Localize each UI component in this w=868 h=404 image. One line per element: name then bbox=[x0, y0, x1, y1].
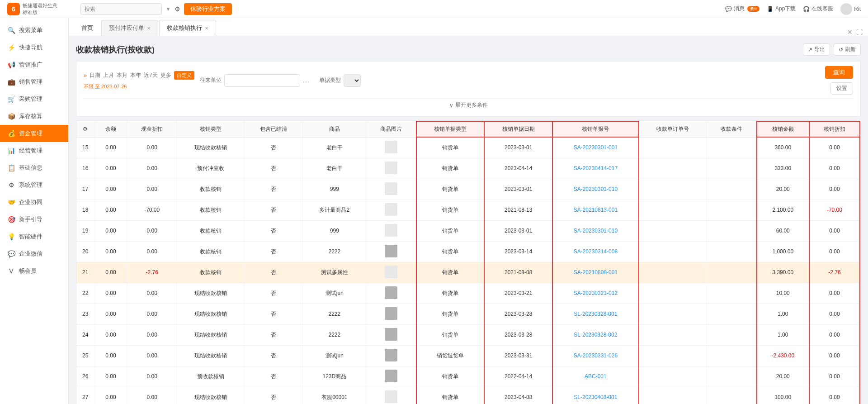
cell-receipt-condition bbox=[706, 241, 756, 262]
date-opt-last-month[interactable]: 上月 bbox=[103, 71, 114, 79]
cell-cash-discount: 0.00 bbox=[127, 179, 177, 200]
online-service-btn[interactable]: 🎧 在线客服 bbox=[803, 5, 833, 13]
bill-report-no-link[interactable]: SA-20230301-010 bbox=[574, 186, 618, 192]
cell-receipt-order-no bbox=[639, 200, 707, 220]
bill-report-no-link[interactable]: SA-20210808-001 bbox=[574, 269, 618, 276]
bill-report-no-link[interactable]: SA-20230301-010 bbox=[574, 228, 618, 234]
refresh-btn[interactable]: ↺ 刷新 bbox=[834, 43, 861, 56]
sidebar-item-quick-nav[interactable]: ⚡ 快捷导航 bbox=[0, 39, 68, 56]
sidebar-item-smart-hw[interactable]: 💡 智能硬件 bbox=[0, 228, 68, 245]
sidebar-item-inventory[interactable]: 📦 库存核算 bbox=[0, 108, 68, 125]
cell-cash-discount: 0.00 bbox=[127, 345, 177, 366]
cell-no: 18 bbox=[76, 200, 94, 220]
cell-bill-report-no: SA-20230414-017 bbox=[552, 158, 639, 179]
bill-report-no-link[interactable]: ABC-001 bbox=[585, 373, 607, 380]
cell-product-img bbox=[366, 387, 416, 404]
tab-writeoff-close[interactable]: ✕ bbox=[205, 26, 208, 31]
gear-icon[interactable]: ⚙ bbox=[175, 5, 180, 13]
messages-btn[interactable]: 💬 消息 99+ bbox=[725, 5, 760, 13]
col-settings[interactable]: ⚙ bbox=[76, 121, 94, 137]
cell-balance: 0.00 bbox=[94, 324, 127, 345]
cell-bill-report-no: SA-20230301-001 bbox=[552, 137, 639, 158]
date-opt-more[interactable]: 更多 bbox=[160, 71, 171, 79]
message-icon: 💬 bbox=[725, 6, 732, 12]
bill-type-label: 单据类型 bbox=[319, 76, 341, 84]
industry-btn[interactable]: 休验行业方案 bbox=[184, 3, 232, 15]
cell-receipt-order-no bbox=[639, 366, 707, 387]
sidebar-item-marketing[interactable]: 📢 营销推广 bbox=[0, 56, 68, 73]
sidebar-item-corp-collab[interactable]: 🤝 企业协同 bbox=[0, 194, 68, 211]
query-btn[interactable]: 查询 bbox=[825, 66, 853, 79]
cell-product-img bbox=[366, 241, 416, 262]
cell-receipt-condition bbox=[706, 283, 756, 304]
date-opt-custom[interactable]: 自定义 bbox=[174, 71, 194, 80]
close-all-icon[interactable]: ✕ bbox=[847, 29, 853, 36]
bill-report-no-link[interactable]: SA-20230321-012 bbox=[574, 290, 618, 296]
sidebar-item-fund-mgmt[interactable]: 💰 资金管理 bbox=[0, 125, 68, 142]
cell-bill-report-type: 销货单 bbox=[416, 220, 484, 241]
sidebar-item-corp-wechat[interactable]: 💬 企业微信 bbox=[0, 245, 68, 262]
sidebar-item-system-mgmt[interactable]: ⚙ 系统管理 bbox=[0, 176, 68, 194]
expand-icon: ∨ bbox=[449, 102, 453, 109]
expand-more-btn[interactable]: ∨ 展开更多条件 bbox=[84, 98, 853, 112]
collapse-arrow[interactable]: » bbox=[84, 72, 87, 79]
cell-balance: 0.00 bbox=[94, 304, 127, 324]
col-receipt-condition: 收款条件 bbox=[706, 121, 756, 137]
expand-icon[interactable]: ⛶ bbox=[856, 29, 863, 36]
bill-type-select[interactable] bbox=[344, 74, 361, 87]
cell-receipt-order-no bbox=[639, 137, 707, 158]
sidebar-item-vip[interactable]: V 畅会员 bbox=[0, 262, 68, 280]
source-input[interactable] bbox=[224, 74, 300, 87]
cell-receipt-order-no bbox=[639, 304, 707, 324]
tab-prepay-close[interactable]: ✕ bbox=[147, 26, 151, 31]
cell-no: 19 bbox=[76, 220, 94, 241]
table-row: 17 0.00 0.00 收款核销 否 999 销货单 2023-03-01 S… bbox=[76, 179, 860, 200]
date-opt-this-month[interactable]: 本月 bbox=[117, 71, 127, 79]
sidebar-item-label: 营销推广 bbox=[19, 61, 42, 69]
cell-writeoff-discount: -2.76 bbox=[809, 262, 860, 283]
bill-report-no-link[interactable]: SL-20230408-001 bbox=[574, 394, 617, 400]
cell-bill-report-type: 销货单 bbox=[416, 283, 484, 304]
bill-report-no-link[interactable]: SA-20230314-008 bbox=[574, 248, 618, 255]
filter-right: 查询 设置 bbox=[825, 66, 853, 95]
table-row: 19 0.00 0.00 收款核销 否 999 销货单 2023-03-01 S… bbox=[76, 220, 860, 241]
cell-bill-report-no: SA-20230321-012 bbox=[552, 283, 639, 304]
col-balance: 余额 bbox=[94, 121, 127, 137]
top-center: ▼ ⚙ 休验行业方案 bbox=[80, 3, 720, 15]
user-avatar[interactable]: Rit bbox=[840, 3, 861, 15]
sidebar-item-newbie[interactable]: 🎯 新手引导 bbox=[0, 211, 68, 228]
sidebar-item-sales-mgmt[interactable]: 💼 销售管理 bbox=[0, 73, 68, 90]
cell-product: 老白干 bbox=[303, 137, 366, 158]
bill-report-no-link[interactable]: SA-20230301-001 bbox=[574, 144, 618, 151]
sidebar-item-ops-mgmt[interactable]: 📊 经营管理 bbox=[0, 142, 68, 159]
cell-writeoff-amount: 1.00 bbox=[757, 304, 809, 324]
search-input[interactable] bbox=[80, 3, 162, 15]
sidebar-item-search-menu[interactable]: 🔍 搜索菜单 bbox=[0, 22, 68, 39]
cell-include-settled: 否 bbox=[244, 304, 303, 324]
cell-no: 21 bbox=[76, 262, 94, 283]
sidebar-item-label: 销售管理 bbox=[19, 78, 42, 86]
cell-writeoff-discount: 0.00 bbox=[809, 304, 860, 324]
service-icon: 🎧 bbox=[803, 6, 810, 12]
date-opt-7days[interactable]: 近7天 bbox=[144, 71, 158, 79]
cell-receipt-condition bbox=[706, 387, 756, 404]
sidebar-item-purchase-mgmt[interactable]: 🛒 采购管理 bbox=[0, 90, 68, 108]
bill-report-no-link[interactable]: SL-20230328-001 bbox=[574, 311, 617, 317]
bill-report-no-link[interactable]: SA-20230331-026 bbox=[574, 352, 618, 359]
sidebar-item-base-info[interactable]: 📋 基础信息 bbox=[0, 159, 68, 176]
date-opt-this-year[interactable]: 本年 bbox=[130, 71, 141, 79]
tab-writeoff[interactable]: 收款核销执行 ✕ bbox=[159, 20, 216, 36]
set-btn[interactable]: 设置 bbox=[830, 82, 853, 95]
cell-product-img bbox=[366, 345, 416, 366]
tab-home[interactable]: 首页 bbox=[74, 20, 100, 36]
cell-receipt-condition bbox=[706, 158, 756, 179]
app-download-btn[interactable]: 📱 App下载 bbox=[767, 5, 796, 13]
tab-prepay[interactable]: 预付冲应付单 ✕ bbox=[101, 20, 158, 36]
bill-report-no-link[interactable]: SA-20230414-017 bbox=[574, 165, 618, 171]
bill-report-no-link[interactable]: SA-20210813-001 bbox=[574, 207, 618, 213]
cell-product: 多计量商品2 bbox=[303, 200, 366, 220]
cell-writeoff-type: 现结收款核销 bbox=[177, 387, 244, 404]
export-btn[interactable]: ↗ 导出 bbox=[803, 43, 830, 56]
bill-report-no-link[interactable]: SL-20230328-002 bbox=[574, 332, 617, 338]
cell-product: 测试jun bbox=[303, 345, 366, 366]
